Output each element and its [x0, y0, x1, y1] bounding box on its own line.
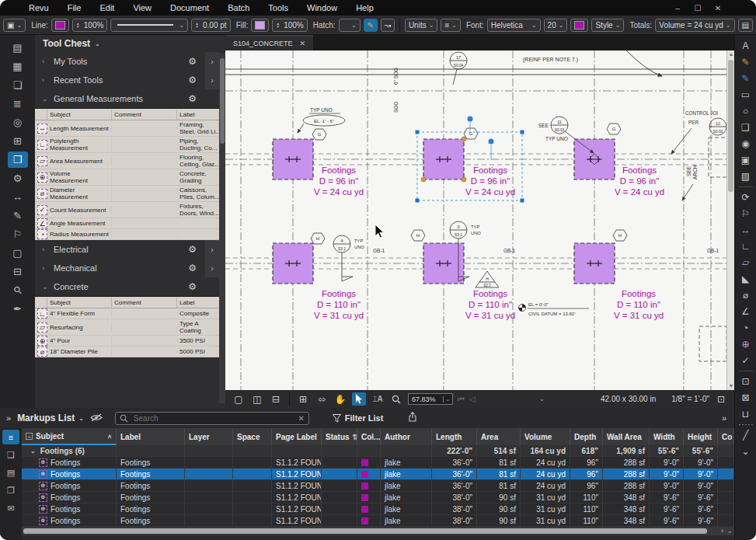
chevron-right-icon[interactable]: ›	[205, 259, 219, 277]
menu-help[interactable]: Help	[347, 2, 382, 14]
search-icon[interactable]: ⚲	[5, 277, 30, 303]
column-header-label[interactable]: Label	[177, 297, 222, 308]
chevron-right-icon[interactable]: ›	[42, 246, 48, 253]
line-opacity-field[interactable]: ▲▼100%	[72, 19, 108, 32]
markups-horizontal-scrollbar[interactable]: › ⌄	[22, 527, 734, 535]
canvas-vertical-scrollbar[interactable]: ▲ ▼	[726, 51, 734, 390]
radius-measure-icon[interactable]: ◔	[737, 320, 754, 336]
back-button[interactable]: ◁	[469, 395, 476, 403]
markup-tools-icon[interactable]: ✎	[8, 207, 28, 224]
markup-row[interactable]: ⊕FootingsFootingsS1.1.2 FOUN...jlake38'-…	[22, 515, 734, 527]
units-dropdown[interactable]: Units⌄	[405, 19, 438, 32]
color-swatch[interactable]	[361, 517, 368, 524]
image-icon[interactable]: ▣	[737, 152, 754, 168]
calibration-icon[interactable]: ↔	[8, 189, 28, 205]
split-horizontal-icon[interactable]: ⊟	[269, 392, 283, 406]
gear-icon[interactable]: ⚙	[188, 244, 197, 255]
tool-chest-section-concrete[interactable]: ⌄Concrete⚙›	[35, 277, 225, 296]
filter-list-button[interactable]: Filter List	[333, 413, 384, 423]
volume-measure-icon[interactable]: ⊕	[737, 336, 754, 352]
markup-row[interactable]: ⊕FootingsFootingsS1.1.2 FOUN...jlake38'-…	[22, 503, 734, 515]
zoom-tool-icon[interactable]	[389, 392, 403, 406]
settings-icon[interactable]: ⚙	[8, 170, 28, 186]
eraser-icon[interactable]: ▭	[737, 87, 754, 103]
totals-dropdown[interactable]: Volume = 24 cu yd⌄	[655, 19, 734, 32]
more-columns-icon[interactable]: »	[722, 413, 726, 423]
tool-chest-section-my-tools[interactable]: ›My Tools⚙›	[35, 52, 225, 71]
markups-column-layer[interactable]: Layer	[185, 428, 233, 445]
maximize-button[interactable]: ☐	[691, 4, 705, 12]
tool-row[interactable]: ⊕4" Pour3500 PSI	[35, 336, 225, 347]
fit-width-icon[interactable]: ⬄	[315, 392, 329, 406]
area-measure-icon[interactable]: ▱	[737, 255, 754, 270]
select-tool-icon[interactable]	[352, 392, 366, 406]
gear-icon[interactable]: ⚙	[188, 75, 197, 85]
markups-list-title[interactable]: Markups List⌄	[17, 413, 84, 423]
color-swatch[interactable]	[361, 459, 368, 466]
column-header-subject[interactable]: Subject	[47, 297, 112, 308]
tool-row[interactable]: ↔Length MeasurementFraming, Steel, Grid …	[35, 120, 225, 137]
hide-markups-icon[interactable]	[90, 411, 103, 425]
slope-measure-icon[interactable]: ◣	[737, 271, 754, 287]
chevron-down-icon[interactable]: ⌄	[42, 283, 48, 291]
windows-icon[interactable]: ⊞	[8, 133, 28, 149]
document-tab[interactable]: S104_CONCRETE ✕	[225, 35, 313, 51]
color-swatch[interactable]	[361, 506, 368, 513]
markups-group-row[interactable]: ⌄Footings (6)222'-0"514 sf164 cu yd618"1…	[22, 445, 734, 457]
menu-batch[interactable]: Batch	[219, 2, 258, 14]
column-header-comment[interactable]: Comment	[112, 297, 177, 308]
tool-chest-section-general-measurements[interactable]: ⌄General Measurements⚙›	[35, 89, 225, 108]
drawing-canvas[interactable]: FootingsD = 96 in"V = 24 cu yd FootingsD…	[225, 51, 734, 390]
chevron-down-icon[interactable]: ⌄	[42, 95, 48, 103]
tool-mode-dropdown[interactable]: ▣⌄	[3, 19, 26, 32]
markups-column-space[interactable]: Space	[233, 428, 272, 445]
menu-edit[interactable]: Edit	[91, 2, 123, 14]
tab-close-icon[interactable]: ✕	[300, 40, 306, 47]
chevron-right-icon[interactable]: ›	[205, 240, 219, 259]
text-box-icon[interactable]: A	[737, 38, 754, 54]
previous-view-button[interactable]: ⏮	[458, 395, 465, 404]
chevron-right-icon[interactable]: ›	[205, 71, 219, 89]
color-swatch[interactable]	[361, 494, 368, 501]
font-dropdown[interactable]: Helvetica⌄	[487, 19, 541, 32]
color-swatch[interactable]	[361, 483, 368, 489]
line-width-field[interactable]: ▲▼0.00 pt	[191, 19, 231, 32]
markups-column-col-[interactable]: Col...	[357, 428, 381, 445]
gear-icon[interactable]: ⚙	[188, 281, 197, 292]
highlighter-icon[interactable]: ✎	[737, 54, 754, 70]
fit-page-icon[interactable]: ⊞	[296, 392, 310, 406]
summary-export-icon[interactable]	[408, 411, 417, 425]
page-setup-icon[interactable]: ⊡	[714, 392, 728, 406]
model-tree-icon[interactable]: ❑	[2, 448, 19, 462]
select-all-checkbox[interactable]: –	[26, 433, 33, 440]
markups-column-depth[interactable]: Depth	[570, 428, 603, 445]
scroll-right-arrow[interactable]: ›	[721, 527, 723, 535]
pages-icon[interactable]: ❐	[2, 483, 19, 498]
tool-row[interactable]: ▱ResurfacingType A Coating	[35, 319, 225, 336]
overflow-button[interactable]: ▤	[738, 19, 753, 32]
split-vertical-icon[interactable]: ◫	[250, 392, 264, 406]
markups-column-status[interactable]: Status⇅	[322, 428, 357, 445]
column-header-comment[interactable]: Comment	[112, 109, 177, 120]
markups-list-icon[interactable]: ≡	[2, 430, 19, 444]
markups-column-label[interactable]: Label	[117, 428, 185, 445]
markups-column-area[interactable]: Area	[477, 428, 521, 445]
snapshot-icon[interactable]: ▧	[737, 169, 754, 184]
hatch-dropdown[interactable]: ⌄	[339, 19, 361, 32]
chevron-right-icon[interactable]: ›	[205, 52, 219, 71]
gear-icon[interactable]: ⚙	[188, 263, 197, 273]
flags-icon[interactable]: ⚐	[8, 226, 28, 242]
ellipse-icon[interactable]: ○	[737, 103, 754, 119]
pen-icon[interactable]: ✎	[737, 71, 754, 86]
menu-file[interactable]: File	[59, 2, 90, 14]
tool-row[interactable]: ⌀Diameter MeasurementCaissons, Piles, Co…	[35, 186, 225, 202]
tool-chest-title[interactable]: Tool Chest⌄	[35, 35, 225, 52]
menu-document[interactable]: Document	[162, 2, 218, 14]
menu-revu[interactable]: Revu	[20, 2, 57, 14]
bookmarks-icon[interactable]: ❏	[8, 77, 28, 93]
line-style-dropdown[interactable]: ⌄	[110, 19, 188, 32]
chevron-right-icon[interactable]: ›	[42, 76, 48, 84]
wall-area-measure-icon[interactable]: ⊔	[737, 406, 754, 422]
close-button[interactable]: ✕	[711, 4, 725, 12]
count-measure-icon[interactable]: ✓	[737, 353, 754, 368]
